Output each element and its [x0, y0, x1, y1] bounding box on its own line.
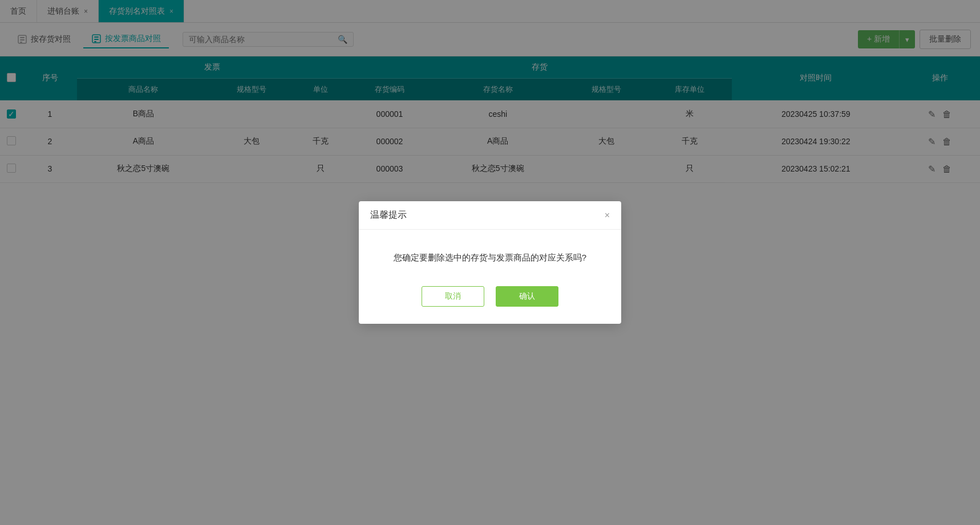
confirm-button[interactable]: 确认 — [496, 286, 558, 307]
dialog-title: 温馨提示 — [370, 209, 407, 221]
cancel-button[interactable]: 取消 — [422, 286, 484, 307]
modal-overlay: 温馨提示 × 您确定要删除选中的存货与发票商品的对应关系吗? 取消 确认 — [0, 0, 980, 525]
dialog-message: 您确定要删除选中的存货与发票商品的对应关系吗? — [394, 253, 586, 262]
dialog-header: 温馨提示 × — [359, 201, 621, 230]
confirm-dialog: 温馨提示 × 您确定要删除选中的存货与发票商品的对应关系吗? 取消 确认 — [359, 201, 621, 324]
dialog-body: 您确定要删除选中的存货与发票商品的对应关系吗? — [359, 230, 621, 280]
dialog-footer: 取消 确认 — [359, 280, 621, 324]
dialog-close-btn[interactable]: × — [605, 210, 610, 221]
